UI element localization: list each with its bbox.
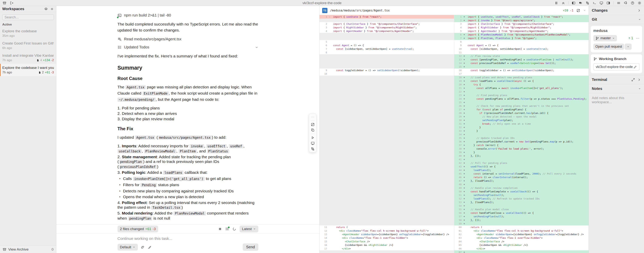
diff-filler-row <box>320 115 454 118</box>
diff-line: 41+ <box>454 158 589 161</box>
chat-view-icon[interactable] <box>579 1 582 5</box>
copy-icon[interactable] <box>311 128 315 132</box>
chevron-down-icon[interactable] <box>255 46 258 49</box>
workspace-item-2[interactable]: Create Good First Issues on Github So p6… <box>0 40 56 52</box>
diff-filler-row <box>320 211 454 215</box>
diff-line: 8 <box>454 40 589 44</box>
tool-label: npm run build 2>&1 | tail -80 <box>124 13 171 18</box>
updated-todos-tool-call[interactable]: Updated Todos <box>118 45 258 49</box>
git-compare-icon[interactable] <box>311 147 315 151</box>
diff-line: 10 const [sidebarOpen, setSidebarOpen] =… <box>454 47 589 51</box>
workspace-time: 6h ago <box>2 46 12 50</box>
notes-input[interactable]: Add notes about this workspace... <box>589 93 644 107</box>
archive-count: 0 <box>52 247 54 252</box>
edit-icon[interactable] <box>633 65 637 69</box>
branch-name: master <box>600 36 611 40</box>
active-section-label: Active <box>0 22 56 27</box>
list-item: 5.Modal rendering: Added the PlanReviewM… <box>118 211 258 221</box>
working-branch-card: Working Branch vk/3ccf-explore-the-code <box>591 54 642 73</box>
workspace-item-3[interactable]: Install and integrate Vibe Kanban Web C7… <box>0 52 56 64</box>
archive-icon[interactable] <box>3 1 6 5</box>
diff-filler-row <box>320 208 454 211</box>
diff-line: 5 <box>320 40 454 44</box>
diff-filler-row <box>320 100 454 104</box>
diff-filler-row <box>320 108 454 111</box>
stack-icon[interactable] <box>44 7 48 11</box>
pause-icon[interactable] <box>554 1 558 5</box>
workspace-item-4[interactable]: Explore the codebase I want you to expl7… <box>0 64 56 76</box>
workspaces-sidebar: Workspaces Search... Active Explore the … <box>0 6 56 253</box>
diff-filler-row <box>320 111 454 115</box>
notes-label: Notes <box>592 86 602 91</box>
diff-filler-row <box>320 86 454 90</box>
message-input[interactable]: Continue working on this task... <box>118 236 172 241</box>
diff-filler-row <box>320 150 454 154</box>
chevron-down-icon[interactable] <box>583 9 586 12</box>
expand-icon[interactable] <box>631 78 635 82</box>
diff-filler-row <box>320 36 454 40</box>
new-workspace-button[interactable] <box>50 7 54 11</box>
sign-out-icon[interactable] <box>10 1 14 5</box>
diff-line: 17 <box>454 72 589 76</box>
inline-code: invoke<PlanItem[]>('get_all_plans') <box>133 177 205 181</box>
open-pull-request-button[interactable]: Open pull request <box>593 44 624 50</box>
changes-section-header[interactable]: Changes <box>589 6 644 15</box>
diff-line: 61 <div className="flex flex-col h-scree… <box>454 229 589 232</box>
chat-paragraph: I updated Agent.tsx (medusa/src/pages/Ag… <box>118 134 258 140</box>
spark-icon[interactable] <box>218 227 222 231</box>
diff-line: 27+ for (const plan of pendingPlans) { <box>454 108 589 111</box>
tool-label: Read medusa/src/pages/Agent.tsx <box>124 37 182 41</box>
git-section-header[interactable]: Git <box>589 15 644 24</box>
search-input[interactable]: Search... <box>2 14 54 20</box>
workspace-item-1[interactable]: Explore the codebase35m ago <box>0 27 56 40</box>
branch-selector[interactable]: master <box>593 35 617 41</box>
view-archive-button[interactable]: View Archive 0 <box>0 246 56 253</box>
agent-chat-panel: npm run build 2>&1 | tail -80The build c… <box>56 6 320 253</box>
attach-icon[interactable] <box>141 245 144 249</box>
model-dropdown[interactable]: Default <box>118 244 138 250</box>
files-changed-pill[interactable]: 2 files changed +61 -3 <box>118 226 158 232</box>
preview-icon[interactable] <box>311 141 315 145</box>
notes-section-header[interactable]: Notes <box>589 84 644 93</box>
diff-split-view[interactable]: 1-import { useState } from "react";2impo… <box>320 15 588 253</box>
workspace-title: Explore the codebase I want you to expl <box>2 66 54 70</box>
more-options-icon[interactable] <box>636 36 640 40</box>
diff-line: 38+ console.error('Failed to load plans:… <box>454 147 589 150</box>
working-branch-input[interactable]: vk/3ccf-explore-the-code <box>593 63 640 70</box>
inline-code: invoke <box>190 144 204 148</box>
preview-icon[interactable] <box>600 1 603 5</box>
diff-panel: TS /medusa/medusa/src/pages/Agent.tsx +5… <box>320 6 589 253</box>
diff-line: 17 </div> <box>320 247 454 250</box>
hide-whitespace-icon[interactable] <box>311 122 315 126</box>
chat-scroll-area[interactable]: npm run build 2>&1 | tail -80The build c… <box>56 6 319 224</box>
toggle-right-panel-icon[interactable] <box>606 1 610 5</box>
spinner-icon <box>232 227 236 231</box>
pr-options-button[interactable] <box>625 44 632 50</box>
latest-dropdown[interactable]: Latest <box>240 226 258 232</box>
annotate-icon[interactable] <box>148 245 151 249</box>
diff-line: 22+ <box>454 90 589 94</box>
send-button[interactable]: Send <box>243 244 258 251</box>
inline-code: PlanItem <box>178 149 197 153</box>
help-icon[interactable] <box>631 1 634 5</box>
git-compare-icon[interactable] <box>586 1 589 5</box>
terminal-view-icon[interactable] <box>592 1 596 5</box>
run-icon[interactable] <box>311 136 315 140</box>
toggle-left-panel-icon[interactable] <box>572 1 576 5</box>
diff-line: 49+ // Handle plan review completion <box>454 186 589 190</box>
git-repo-card: medusa master 1 Open pull request <box>591 26 642 52</box>
read-file-tool-call[interactable]: Read medusa/src/pages/Agent.tsx <box>118 37 258 41</box>
hide-whitespace-icon[interactable] <box>576 9 580 12</box>
settings-icon[interactable] <box>638 1 641 5</box>
file-icon <box>38 71 41 74</box>
chevron-right-icon <box>637 9 641 12</box>
diff-line: 4import { RightSidebar } from "@/compone… <box>454 26 589 29</box>
todos-icon[interactable] <box>225 227 229 231</box>
drag-handle-icon[interactable] <box>311 115 315 119</box>
menu-icon[interactable] <box>617 1 620 5</box>
chevron-down-icon <box>638 18 641 21</box>
terminal-section-header[interactable]: Terminal <box>589 75 644 84</box>
feedback-icon[interactable] <box>624 1 628 5</box>
npm-build-tool-call[interactable]: npm run build 2>&1 | tail -80 <box>118 13 258 18</box>
collapse-all-icon[interactable] <box>562 1 565 5</box>
